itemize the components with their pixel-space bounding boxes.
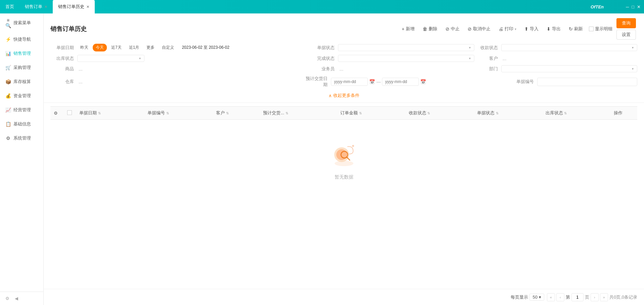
filter-row-3: 商品 ... 业务员 ... 部门 ▾ [50,65,637,72]
add-button[interactable]: + 新增 [400,25,417,33]
delivery-date-to[interactable] [382,78,419,86]
svg-point-2 [336,149,347,160]
setting-button[interactable]: 设置 [616,30,636,40]
th-receipt-status[interactable]: 收款状态 ⇅ [405,107,474,120]
outbound-arrow: ▾ [139,56,141,60]
minimize-btn[interactable]: ─ [626,4,629,9]
customer-filter-dots[interactable]: ... [503,56,507,61]
date-btn-1month[interactable]: 近1月 [126,44,142,51]
print-button[interactable]: 🖨 打印 ▾ [497,25,518,33]
complete-arrow: ▾ [469,56,471,60]
quick-nav-icon: ⚡ [5,37,11,42]
sidebar-item-basic-info[interactable]: 📋 基础信息 [0,117,43,131]
status-label: 单据状态 [311,45,338,51]
date-range-text: 2023-06-02 至 2023-06-02 [182,45,229,50]
operations-icon: 📈 [5,107,11,113]
th-delivery-date[interactable]: 预计交货... ⇅ [260,107,337,120]
sidebar-item-inventory[interactable]: 📦 库存核算 [0,75,43,89]
status-select[interactable]: ▾ [338,44,474,51]
outbound-label: 出库状态 [50,55,77,62]
page-nav: « ‹ 第 页 › » 共0页,0条记录 [547,293,637,301]
page-size-box[interactable]: 50 ▾ [529,294,544,301]
salesman-filter-dots[interactable]: ... [339,66,343,72]
export-button[interactable]: ⬇ 导出 [545,25,563,33]
th-gear[interactable]: ⚙ [50,107,64,120]
tab-sales-order-history[interactable]: 销售订单历史 ✕ [53,0,95,13]
dept-select[interactable]: ▾ [501,65,637,72]
product-filter-dots[interactable]: ... [79,66,83,72]
complete-select[interactable]: ▾ [338,55,474,62]
display-toggle-checkbox[interactable] [589,27,594,31]
filter-row-1: 单据日期 昨天 今天 近7天 近1月 更多 自定义 2023-06-02 至 2… [50,44,637,51]
query-button[interactable]: 查询 [616,18,636,28]
dept-arrow: ▾ [632,67,634,71]
empty-text: 暂无数据 [335,174,353,180]
top-bar: 首页 销售订单 ✕ 销售订单历史 ✕ OfTEn ─ □ ✕ [0,0,644,13]
delete-button[interactable]: 🗑 删除 [421,25,439,33]
th-customer[interactable]: 客户 ⇅ [213,107,260,120]
stop-button[interactable]: ⊘ 中止 [443,25,462,33]
receipt-status-select[interactable]: ▾ [501,44,637,51]
page-last-btn[interactable]: » [600,293,608,301]
display-toggle[interactable]: 显示明细 [589,26,612,32]
date-btn-yesterday[interactable]: 昨天 [77,44,91,51]
close-btn[interactable]: ✕ [637,4,641,9]
search-menu-icon: ≡🔍 [5,17,11,28]
tab-sales-order-close[interactable]: ✕ [44,5,47,9]
main-layout: ≡🔍 搜索菜单 ⚡ 快捷导航 📊 销售管理 🛒 采购管理 📦 库存核算 💰 资金… [0,13,644,305]
date-btn-more[interactable]: 更多 [143,44,158,51]
th-order-status[interactable]: 单据状态 ⇅ [474,107,542,120]
date-btn-today[interactable]: 今天 [93,44,107,51]
maximize-btn[interactable]: □ [632,4,634,9]
refresh-button[interactable]: ↻ 刷新 [567,25,585,33]
sidebar-collapse-icon[interactable]: ◀ [15,296,18,301]
sidebar-item-search-menu[interactable]: ≡🔍 搜索菜单 [0,13,43,32]
add-icon: + [402,26,404,32]
th-outbound-status[interactable]: 出库状态 ⇅ [542,107,611,120]
sort-outbound-icon: ⇅ [564,111,567,115]
sidebar-item-finance[interactable]: 💰 资金管理 [0,89,43,103]
dept-label: 部门 [474,66,501,72]
cancel-stop-button[interactable]: ⊘ 取消中止 [466,25,492,33]
basic-info-icon: 📋 [5,121,11,127]
page-input[interactable] [571,293,584,301]
calendar-icon-from[interactable]: 📅 [369,79,375,84]
sidebar-item-quick-nav[interactable]: ⚡ 快捷导航 [0,32,43,46]
date-btn-7days[interactable]: 近7天 [108,44,125,51]
sidebar: ≡🔍 搜索菜单 ⚡ 快捷导航 📊 销售管理 🛒 采购管理 📦 库存核算 💰 资金… [0,13,44,305]
date-btn-custom[interactable]: 自定义 [159,44,177,51]
tab-sales-order[interactable]: 销售订单 ✕ [19,0,53,13]
sort-customer-icon: ⇅ [226,111,229,115]
page-prev-btn[interactable]: ‹ [556,293,564,301]
sidebar-item-purchase-mgmt[interactable]: 🛒 采购管理 [0,61,43,75]
sidebar-item-operations[interactable]: 📈 经营管理 [0,103,43,117]
receipt-status-label: 收款状态 [474,45,501,51]
import-button[interactable]: ⬆ 导入 [522,25,541,33]
outbound-select[interactable]: ▾ [77,55,144,62]
delivery-date-from[interactable] [331,78,368,86]
date-label: 单据日期 [50,45,77,51]
sidebar-item-sys-mgmt[interactable]: ⚙ 系统管理 [0,131,43,145]
page-label-pre: 第 [566,294,570,300]
th-check[interactable] [64,107,76,120]
collapse-button[interactable]: ∧ 收起更多条件 [50,91,637,100]
delete-icon: 🗑 [423,26,427,32]
sort-delivery-icon: ⇅ [286,111,288,115]
page-first-btn[interactable]: « [547,293,555,301]
date-dash: — [376,79,381,84]
page-next-btn[interactable]: › [591,293,599,301]
page-size-selector: 每页显示 50 ▾ [511,294,544,301]
sidebar-settings-icon[interactable]: ⚙ [5,296,9,301]
th-date[interactable]: 单据日期 ⇅ [76,107,144,120]
svg-point-5 [352,145,354,147]
tab-home[interactable]: 首页 [0,0,19,13]
th-amount[interactable]: 订单金额 ⇅ [337,107,405,120]
th-order-no[interactable]: 单据编号 ⇅ [144,107,212,120]
order-no-input[interactable] [537,78,637,86]
sidebar-item-sales-mgmt[interactable]: 📊 销售管理 [0,46,43,61]
tab-sales-order-history-close[interactable]: ✕ [86,5,89,9]
warehouse-filter-dots[interactable]: ... [79,79,83,84]
table-area: ⚙ 单据日期 ⇅ 单据编号 ⇅ [44,103,644,289]
calendar-icon-to[interactable]: 📅 [420,79,426,84]
table-header-row: ⚙ 单据日期 ⇅ 单据编号 ⇅ [50,107,637,120]
